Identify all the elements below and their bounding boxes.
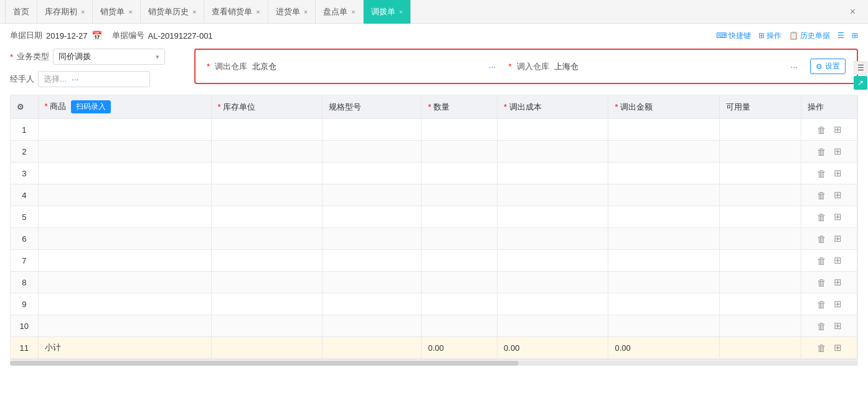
cell-spec[interactable]: [323, 293, 422, 315]
copy-icon[interactable]: ⊞: [833, 341, 843, 355]
delete-icon[interactable]: 🗑: [816, 211, 828, 224]
in-warehouse-more-icon[interactable]: ···: [790, 62, 798, 72]
cell-unit[interactable]: [211, 141, 322, 163]
tab-home[interactable]: 首页: [5, 0, 37, 24]
tab-sales-history-close[interactable]: ×: [192, 8, 196, 16]
cell-amount[interactable]: [608, 163, 719, 184]
tab-sales-order-close[interactable]: ×: [128, 8, 132, 16]
delete-icon[interactable]: 🗑: [816, 254, 828, 267]
cell-amount[interactable]: [608, 272, 719, 293]
layout1-button[interactable]: ☰: [837, 31, 844, 40]
operate-button[interactable]: ⊞ 操作: [758, 31, 781, 41]
delete-icon[interactable]: 🗑: [816, 167, 828, 180]
handler-more-icon[interactable]: ···: [72, 74, 79, 84]
copy-icon[interactable]: ⊞: [833, 232, 843, 245]
cell-unit[interactable]: [211, 206, 322, 228]
cell-unit[interactable]: [211, 315, 322, 337]
tab-transfer[interactable]: 调拨单 ×: [364, 0, 411, 24]
sidebar-list-icon[interactable]: ☰: [854, 61, 867, 75]
copy-icon[interactable]: ⊞: [833, 188, 843, 202]
cell-qty[interactable]: [422, 163, 498, 184]
settings-button[interactable]: ⚙ 设置: [810, 59, 846, 74]
tab-purchase-close[interactable]: ×: [304, 8, 308, 16]
cell-qty[interactable]: [422, 119, 498, 141]
delete-icon[interactable]: 🗑: [816, 189, 828, 202]
cell-cost[interactable]: [498, 272, 608, 293]
cell-amount[interactable]: [608, 293, 719, 315]
cell-qty[interactable]: [422, 250, 498, 272]
copy-icon[interactable]: ⊞: [833, 210, 843, 224]
cell-amount[interactable]: [608, 141, 719, 163]
out-warehouse-more-icon[interactable]: ···: [489, 62, 496, 72]
copy-icon[interactable]: ⊞: [833, 145, 843, 158]
delete-icon[interactable]: 🗑: [816, 341, 828, 355]
history-button[interactable]: 📋 历史单据: [789, 31, 830, 41]
cell-qty[interactable]: [422, 315, 498, 337]
cell-unit[interactable]: [211, 250, 322, 272]
copy-icon[interactable]: ⊞: [833, 254, 843, 267]
cell-spec[interactable]: [323, 206, 422, 228]
delete-icon[interactable]: 🗑: [816, 298, 828, 311]
delete-icon[interactable]: 🗑: [816, 232, 828, 245]
tab-sales-order[interactable]: 销货单 ×: [93, 0, 140, 24]
cell-amount[interactable]: [608, 315, 719, 337]
cell-amount[interactable]: [608, 206, 719, 228]
cell-cost[interactable]: [498, 119, 608, 141]
cell-spec[interactable]: [323, 141, 422, 163]
tab-sales-history[interactable]: 销货单历史 ×: [141, 0, 204, 24]
cell-unit[interactable]: [211, 119, 322, 141]
cell-unit[interactable]: [211, 184, 322, 206]
cell-product[interactable]: [38, 119, 211, 141]
cell-spec[interactable]: [323, 250, 422, 272]
cell-qty[interactable]: [422, 184, 498, 206]
cell-qty[interactable]: [422, 228, 498, 250]
scan-button[interactable]: 扫码录入: [71, 100, 111, 113]
cell-unit[interactable]: [211, 293, 322, 315]
tab-purchase[interactable]: 进货单 ×: [268, 0, 316, 24]
cell-amount[interactable]: [608, 250, 719, 272]
cell-product[interactable]: [38, 250, 211, 272]
tab-stocktake[interactable]: 盘点单 ×: [316, 0, 363, 24]
delete-icon[interactable]: 🗑: [816, 276, 828, 289]
cell-cost[interactable]: [498, 141, 608, 163]
scroll-area[interactable]: [10, 359, 858, 366]
cell-product[interactable]: [38, 163, 211, 184]
cell-cost[interactable]: [498, 315, 608, 337]
cell-amount[interactable]: [608, 119, 719, 141]
cell-cost[interactable]: [498, 206, 608, 228]
tab-transfer-close[interactable]: ×: [399, 8, 403, 16]
delete-icon[interactable]: 🗑: [816, 145, 828, 158]
tab-inventory-init-close[interactable]: ×: [81, 8, 85, 16]
cell-cost[interactable]: [498, 184, 608, 206]
calendar-icon[interactable]: 📅: [92, 31, 102, 40]
cell-spec[interactable]: [323, 315, 422, 337]
cell-product[interactable]: [38, 184, 211, 206]
tab-stocktake-close[interactable]: ×: [351, 8, 355, 16]
tab-view-sales-close[interactable]: ×: [256, 8, 260, 16]
cell-cost[interactable]: [498, 163, 608, 184]
cell-cost[interactable]: [498, 228, 608, 250]
tab-view-sales[interactable]: 查看销货单 ×: [204, 0, 268, 24]
cell-product[interactable]: [38, 293, 211, 315]
cell-qty[interactable]: [422, 206, 498, 228]
cell-product[interactable]: [38, 315, 211, 337]
cell-spec[interactable]: [323, 272, 422, 293]
business-type-select[interactable]: 同价调拨 ▾: [53, 49, 165, 65]
copy-icon[interactable]: ⊞: [833, 123, 843, 136]
cell-amount[interactable]: [608, 184, 719, 206]
cell-cost[interactable]: [498, 250, 608, 272]
cell-product[interactable]: [38, 206, 211, 228]
cell-product[interactable]: [38, 141, 211, 163]
shortcut-button[interactable]: ⌨ 快捷键: [716, 31, 751, 41]
cell-cost[interactable]: [498, 293, 608, 315]
cell-product[interactable]: [38, 272, 211, 293]
cell-qty[interactable]: [422, 272, 498, 293]
copy-icon[interactable]: ⊞: [833, 275, 843, 289]
handler-input[interactable]: 选择... ···: [38, 71, 150, 87]
tab-inventory-init[interactable]: 库存期初 ×: [37, 0, 93, 24]
copy-icon[interactable]: ⊞: [833, 297, 843, 311]
delete-icon[interactable]: 🗑: [816, 320, 828, 333]
cell-spec[interactable]: [323, 228, 422, 250]
cell-qty[interactable]: [422, 293, 498, 315]
cell-unit[interactable]: [211, 272, 322, 293]
